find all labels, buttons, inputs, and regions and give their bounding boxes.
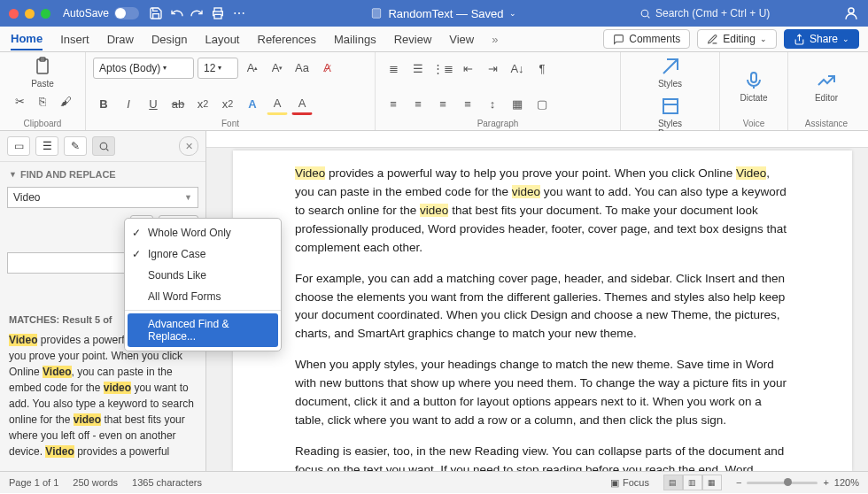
- tab-view[interactable]: View: [449, 29, 474, 50]
- font-size-select[interactable]: 12▾: [198, 58, 238, 79]
- highlight-icon[interactable]: A: [267, 92, 288, 115]
- pilcrow-icon[interactable]: ¶: [531, 58, 553, 79]
- switch-icon[interactable]: [114, 7, 139, 19]
- tab-draw[interactable]: Draw: [107, 29, 134, 50]
- find-input[interactable]: Video ▼: [7, 187, 198, 208]
- underline-icon[interactable]: U: [143, 93, 164, 114]
- shading-icon[interactable]: ▦: [507, 94, 528, 115]
- align-right-icon[interactable]: ≡: [432, 94, 453, 115]
- tab-layout[interactable]: Layout: [205, 29, 239, 50]
- zoom-control[interactable]: − + 120%: [736, 477, 859, 488]
- text-effect-icon[interactable]: A: [242, 93, 263, 114]
- shrink-font-icon[interactable]: A▾: [267, 58, 288, 79]
- status-page[interactable]: Page 1 of 1: [9, 477, 58, 488]
- tab-review[interactable]: Review: [394, 29, 432, 50]
- bold-icon[interactable]: B: [93, 93, 114, 114]
- comments-button[interactable]: Comments: [603, 29, 690, 49]
- minimize-window[interactable]: [25, 9, 35, 19]
- svg-point-5: [849, 8, 854, 13]
- group-voice: Voice: [727, 117, 780, 130]
- status-chars[interactable]: 1365 characters: [132, 477, 202, 488]
- window-controls: [9, 9, 50, 19]
- menu-whole-word[interactable]: Whole Word Only: [125, 222, 281, 243]
- menu-sounds-like[interactable]: Sounds Like: [125, 265, 281, 286]
- copy-icon[interactable]: ⎘: [32, 90, 53, 112]
- dropdown-icon[interactable]: ▼: [184, 193, 192, 202]
- strike-icon[interactable]: ab: [167, 93, 189, 114]
- close-window[interactable]: [9, 9, 19, 19]
- numbering-icon[interactable]: ☰: [407, 58, 429, 79]
- inc-indent-icon[interactable]: ⇥: [482, 58, 503, 79]
- font-color-icon[interactable]: A: [291, 92, 313, 115]
- format-painter-icon[interactable]: 🖌: [55, 90, 76, 112]
- borders-icon[interactable]: ▢: [531, 94, 553, 115]
- more-icon[interactable]: ⋯: [231, 5, 247, 21]
- menu-ignore-case[interactable]: Ignore Case: [125, 243, 281, 265]
- group-paragraph: Paragraph: [383, 117, 613, 130]
- zoom-in-icon[interactable]: +: [823, 477, 828, 488]
- sort-icon[interactable]: A↓: [507, 58, 528, 79]
- paste-button[interactable]: Paste: [23, 56, 63, 89]
- justify-icon[interactable]: ≡: [457, 94, 478, 115]
- cut-icon[interactable]: ✂: [9, 90, 30, 112]
- grow-font-icon[interactable]: A▴: [242, 58, 263, 79]
- search-field[interactable]: Search (Cmd + Ctrl + U): [639, 7, 834, 19]
- review-tab-icon[interactable]: ✎: [64, 136, 87, 156]
- clear-format-icon[interactable]: A̷: [316, 58, 337, 79]
- maximize-window[interactable]: [41, 9, 50, 19]
- ruler[interactable]: [206, 131, 868, 148]
- ribbon: Paste ✂ ⎘ 🖌 Clipboard Aptos (Body)▾ 12▾ …: [0, 52, 868, 131]
- dec-indent-icon[interactable]: ⇤: [457, 58, 478, 79]
- multilevel-icon[interactable]: ⋮≣: [432, 58, 453, 79]
- font-name-select[interactable]: Aptos (Body)▾: [93, 58, 194, 79]
- editing-mode-button[interactable]: Editing ⌄: [697, 29, 777, 49]
- autosave-toggle[interactable]: AutoSave: [63, 7, 139, 19]
- document-page[interactable]: Video provides a powerful way to help yo…: [233, 151, 852, 471]
- subscript-icon[interactable]: x2: [192, 93, 213, 114]
- paragraph: Video provides a powerful way to help yo…: [295, 165, 790, 258]
- print-layout-view-icon[interactable]: ▤: [663, 475, 683, 490]
- tab-more[interactable]: »: [492, 29, 498, 50]
- tab-insert[interactable]: Insert: [60, 29, 89, 50]
- zoom-out-icon[interactable]: −: [736, 477, 741, 488]
- statusbar: Page 1 of 1 250 words 1365 characters ▣ …: [0, 471, 868, 493]
- web-view-icon[interactable]: ▦: [702, 475, 722, 490]
- thumbnails-tab-icon[interactable]: ▭: [7, 136, 30, 156]
- menu-advanced-find[interactable]: Advanced Find & Replace...: [128, 313, 278, 347]
- change-case-icon[interactable]: Aa: [291, 58, 313, 79]
- styles-button[interactable]: Styles: [650, 56, 690, 89]
- dictate-button[interactable]: Dictate: [734, 70, 774, 103]
- read-view-icon[interactable]: ▥: [683, 475, 702, 490]
- share-button[interactable]: Share ⌄: [784, 29, 859, 49]
- headings-tab-icon[interactable]: ☰: [35, 136, 58, 156]
- ribbon-tabs: Home Insert Draw Design Layout Reference…: [0, 27, 868, 52]
- redo-icon[interactable]: [189, 5, 205, 21]
- focus-button[interactable]: ▣ Focus: [610, 477, 649, 489]
- group-assistance: Assistance: [795, 117, 857, 130]
- close-pane-icon[interactable]: ✕: [179, 136, 198, 156]
- zoom-slider[interactable]: [747, 482, 818, 484]
- account-icon[interactable]: [843, 5, 859, 21]
- search-tab-icon[interactable]: [92, 136, 115, 156]
- align-center-icon[interactable]: ≡: [407, 94, 429, 115]
- tab-mailings[interactable]: Mailings: [334, 29, 376, 50]
- italic-icon[interactable]: I: [118, 93, 139, 114]
- menu-all-forms[interactable]: All Word Forms: [125, 286, 281, 307]
- tab-design[interactable]: Design: [151, 29, 187, 50]
- align-left-icon[interactable]: ≡: [383, 94, 404, 115]
- bullets-icon[interactable]: ≣: [383, 58, 404, 79]
- editor-button[interactable]: Editor: [807, 70, 847, 103]
- undo-icon[interactable]: [169, 5, 185, 21]
- line-spacing-icon[interactable]: ↕: [482, 94, 503, 115]
- paragraph: For example, you can add a matching cove…: [295, 270, 790, 344]
- pane-title: ▼FIND AND REPLACE: [0, 162, 205, 187]
- print-icon[interactable]: [210, 5, 226, 21]
- save-icon[interactable]: [148, 5, 164, 21]
- zoom-level[interactable]: 120%: [834, 477, 859, 488]
- tab-home[interactable]: Home: [11, 28, 43, 50]
- workspace: ▭ ☰ ✎ ✕ ▼FIND AND REPLACE Video ▼ ▾ Find…: [0, 131, 868, 471]
- svg-rect-1: [214, 14, 221, 19]
- tab-references[interactable]: References: [258, 29, 316, 50]
- superscript-icon[interactable]: x2: [217, 93, 238, 114]
- status-words[interactable]: 250 words: [73, 477, 118, 488]
